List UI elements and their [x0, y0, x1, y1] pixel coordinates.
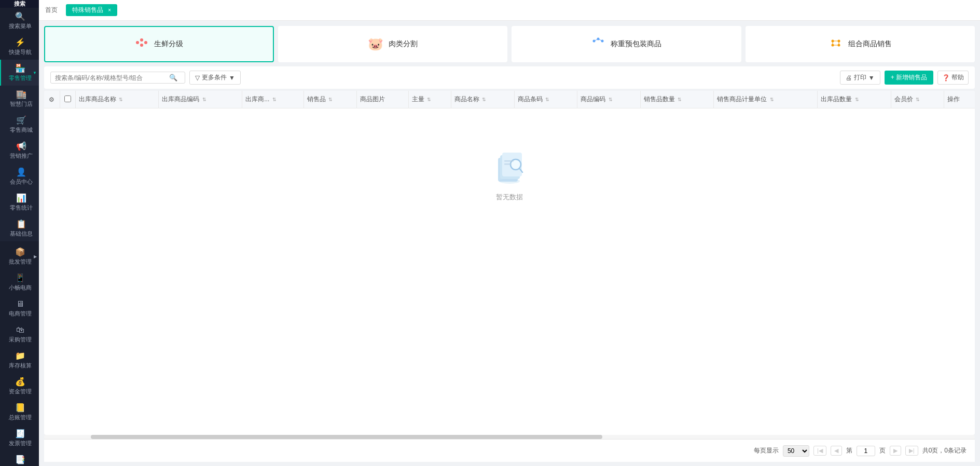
table-header-out-qty: 出库品数量 ⇅ — [818, 91, 891, 108]
sidebar-item-invoice[interactable]: 🧾 发票管理 — [0, 425, 39, 451]
filter-label: 更多条件 — [202, 73, 227, 82]
sidebar-item-finance[interactable]: 💰 资金管理 — [0, 373, 39, 399]
page-number-input[interactable]: 1 — [857, 446, 875, 456]
help-button[interactable]: ❓ 帮助 — [937, 71, 969, 85]
first-page-button[interactable]: |◀ — [813, 446, 826, 456]
sidebar-item-base-info[interactable]: 📋 基础信息 — [0, 215, 39, 241]
sidebar-item-retail-mall[interactable]: 🛒 零售商城 — [0, 112, 39, 138]
sidebar-item-label: 基础信息 — [10, 230, 33, 237]
help-label: 帮助 — [951, 73, 964, 82]
sort-icon[interactable]: ⇅ — [916, 97, 920, 102]
finance-icon: 💰 — [15, 377, 25, 387]
table-header-sales-unit: 销售商品计量单位 ⇅ — [714, 91, 818, 108]
retail-stats-icon: 📊 — [16, 193, 26, 203]
sidebar-item-smart-store[interactable]: 🏬 智慧门店 — [0, 86, 39, 112]
svg-point-6 — [601, 40, 604, 43]
empty-text: 暂无数据 — [496, 193, 523, 202]
sidebar-item-label: 营销推广 — [10, 152, 33, 159]
invoice-icon: 🧾 — [15, 429, 25, 438]
table-header-member-price: 会员价 ⇅ — [891, 91, 944, 108]
sidebar-item-label: 零售管理 — [9, 74, 32, 81]
sidebar-item-ledger[interactable]: 📒 总账管理 — [0, 399, 39, 425]
sort-icon[interactable]: ⇅ — [119, 97, 123, 102]
sidebar-item-tax[interactable]: 📑 税务管理 — [0, 451, 39, 466]
sort-icon[interactable]: ⇅ — [272, 97, 277, 102]
quick-icon: ⚡ — [15, 37, 25, 47]
scrollbar-track[interactable] — [44, 435, 975, 439]
sort-icon[interactable]: ⇅ — [328, 97, 333, 102]
breadcrumb-home[interactable]: 首页 — [45, 6, 58, 15]
tab-meat-cut[interactable]: 🐷 肉类分割 — [278, 26, 508, 62]
sidebar-item-label: 总账管理 — [9, 414, 32, 421]
purchase-icon: 🛍 — [16, 325, 24, 335]
table-header-out-code: 出库商品编码 ⇅ — [159, 91, 242, 108]
smart-store-icon: 🏬 — [16, 89, 26, 99]
tab-weight-pack-label: 称重预包装商品 — [611, 39, 661, 49]
sidebar-item-retail-stats[interactable]: 📊 零售统计 — [0, 189, 39, 215]
content-area: 生鲜分级 🐷 肉类分割 称重预包装商品 — [39, 21, 980, 466]
sidebar-item-label: 智慧门店 — [10, 100, 33, 107]
sort-icon[interactable]: ⇅ — [482, 97, 486, 102]
filter-button[interactable]: ▽ 更多条件 ▼ — [189, 71, 241, 85]
help-icon: ❓ — [942, 74, 950, 81]
page-size-select[interactable]: 50 10 20 100 — [783, 445, 809, 457]
retail-icon: 🏪 — [15, 63, 25, 73]
search-input[interactable] — [55, 74, 169, 81]
sidebar-item-label: 零售统计 — [10, 204, 33, 211]
print-button[interactable]: 🖨 打印 ▼ — [840, 71, 880, 85]
base-info-icon: 📋 — [16, 219, 26, 229]
sort-icon[interactable]: ⇅ — [770, 97, 774, 102]
next-page-button[interactable]: ▶ — [890, 446, 901, 456]
sidebar-item-purchase[interactable]: 🛍 采购管理 — [0, 321, 39, 347]
svg-point-4 — [593, 40, 596, 43]
gear-icon: ⚙ — [49, 96, 54, 103]
sidebar-item-member[interactable]: 👤 会员中心 — [0, 163, 39, 189]
sidebar-logo: 搜索 — [0, 0, 39, 8]
weight-pack-icon — [591, 37, 605, 51]
sort-icon[interactable]: ⇅ — [678, 97, 682, 102]
close-tab-icon[interactable]: × — [108, 7, 111, 13]
tab-combo[interactable]: 组合商品销售 — [746, 26, 975, 62]
svg-point-2 — [140, 44, 143, 47]
tab-weight-pack[interactable]: 称重预包装商品 — [512, 26, 741, 62]
sidebar-item-label: 资金管理 — [9, 388, 32, 395]
breadcrumb-current-tab[interactable]: 特殊销售品 × — [66, 4, 117, 16]
new-sales-item-button[interactable]: + 新增销售品 — [885, 71, 933, 85]
fresh-grade-icon — [134, 37, 149, 51]
sidebar-item-wholesale[interactable]: 📦 批发管理 ▶ — [0, 243, 39, 269]
sort-icon[interactable]: ⇅ — [545, 97, 549, 102]
sidebar-item-search[interactable]: 🔍 搜索菜单 — [0, 8, 39, 34]
svg-point-0 — [136, 41, 139, 44]
chevron-right-icon: ▶ — [34, 254, 37, 259]
tab-cards: 生鲜分级 🐷 肉类分割 称重预包装商品 — [39, 21, 980, 62]
sort-icon[interactable]: ⇅ — [202, 97, 206, 102]
sidebar-item-promotion[interactable]: 📢 营销推广 — [0, 138, 39, 163]
data-table: ⚙ 出库商品名称 ⇅ 出库商品编码 ⇅ — [44, 91, 975, 108]
table-header-checkbox[interactable] — [60, 91, 75, 108]
last-page-button[interactable]: ▶| — [905, 446, 918, 456]
select-all-checkbox[interactable] — [64, 95, 71, 102]
sort-icon[interactable]: ⇅ — [427, 97, 431, 102]
sidebar-item-ecommerce[interactable]: 🖥 电商管理 — [0, 295, 39, 321]
toolbar: 🔍 ▽ 更多条件 ▼ 🖨 打印 ▼ + 新增销售品 ❓ 帮助 — [44, 66, 975, 89]
sidebar-item-mini-app[interactable]: 📱 小畅电商 — [0, 269, 39, 295]
search-icon[interactable]: 🔍 — [169, 74, 177, 81]
sidebar-item-quick[interactable]: ⚡ 快捷导航 — [0, 34, 39, 60]
table-header-sales-qty: 销售品数量 ⇅ — [640, 91, 713, 108]
sidebar-item-inventory[interactable]: 📁 库存核算 — [0, 347, 39, 373]
page-size-label: 每页显示 — [754, 446, 779, 455]
tab-fresh-grade[interactable]: 生鲜分级 — [44, 26, 274, 62]
ecommerce-icon: 🖥 — [16, 299, 24, 309]
scrollbar-thumb[interactable] — [91, 435, 603, 439]
sort-icon[interactable]: ⇅ — [609, 97, 613, 102]
table-header-out-spec: 出库商... ⇅ — [242, 91, 303, 108]
sort-icon[interactable]: ⇅ — [855, 97, 859, 102]
svg-rect-24 — [504, 163, 512, 165]
total-text: 共0页，0条记录 — [922, 446, 967, 455]
tab-combo-label: 组合商品销售 — [848, 39, 892, 49]
table-header-gear[interactable]: ⚙ — [44, 91, 60, 108]
svg-point-1 — [140, 38, 143, 42]
sidebar-item-label: 发票管理 — [9, 440, 32, 447]
sidebar-item-retail[interactable]: 🏪 零售管理 ▼ — [0, 60, 39, 86]
prev-page-button[interactable]: ◀ — [831, 446, 842, 456]
